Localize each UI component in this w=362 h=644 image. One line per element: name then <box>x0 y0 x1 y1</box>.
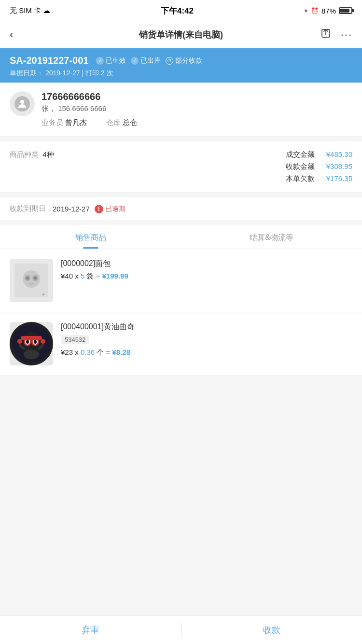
received-label: 收款金额 <box>286 162 315 171</box>
date-label: 单据日期： <box>10 69 43 77</box>
avatar <box>10 91 35 116</box>
svg-point-15 <box>26 340 29 344</box>
svg-point-20 <box>41 339 45 344</box>
product-thumb-2 <box>10 322 53 365</box>
battery-percent: 87% <box>321 7 336 15</box>
received-amount: ¥308.95 <box>326 162 352 171</box>
status-effective: ✓ 已生效 <box>96 56 126 65</box>
separator: | <box>82 69 85 77</box>
overdue-badge: ! 已逾期 <box>95 205 125 213</box>
customer-id: 17666666666 <box>42 91 352 102</box>
customer-meta: 业务员 曾凡杰 仓库 总仓 <box>42 118 352 127</box>
product-list: + [0000002]面包 ¥40 x 5 袋 = ¥199.99 <box>0 249 362 376</box>
check-icon: ✓ <box>96 57 104 65</box>
header-sub: 单据日期： 2019-12-27 | 打印 2 次 <box>10 69 352 78</box>
warehouse: 仓库 总仓 <box>106 118 137 127</box>
svg-point-1 <box>20 100 24 104</box>
product-thumb-1: + <box>10 259 53 302</box>
owe-row: 本单欠款 ¥176.35 <box>286 174 352 183</box>
owe-amount: ¥176.35 <box>326 174 352 183</box>
order-id: SA-20191227-001 <box>10 55 88 66</box>
due-label: 收款到期日 <box>10 204 46 213</box>
owl-circle <box>10 322 53 365</box>
svg-rect-17 <box>21 336 42 340</box>
svg-text:+: + <box>42 291 45 297</box>
svg-point-19 <box>17 339 22 344</box>
nav-bar: ‹ 销货单详情(来自电脑) ··· <box>0 21 362 48</box>
location-icon: ⌖ <box>304 7 308 15</box>
battery-icon <box>339 7 352 14</box>
tabs-header: 销售商品 结算&物流等 <box>0 225 362 249</box>
product-price-2: ¥23 x 0.36 个 = ¥8.28 <box>61 348 352 357</box>
table-row: + [0000002]面包 ¥40 x 5 袋 = ¥199.99 <box>0 249 362 312</box>
kind-count: 4种 <box>42 150 54 158</box>
bottom-bar: 弃审 收款 <box>0 615 362 644</box>
customer-info: 17666666666 张， 156 6666 6666 业务员 曾凡杰 仓库 … <box>42 91 352 127</box>
customer-section: 17666666666 张， 156 6666 6666 业务员 曾凡杰 仓库 … <box>0 83 362 137</box>
status-right: ⌖ ⏰ 87% <box>304 7 352 15</box>
print-label: 打印 <box>85 69 99 77</box>
deal-amount: ¥485.30 <box>326 150 352 159</box>
alarm-icon: ⏰ <box>311 7 319 14</box>
page-title: 销货单详情(来自电脑) <box>139 29 223 41</box>
summary-right: 成交金额 ¥485.30 收款金额 ¥308.95 本单欠款 ¥176.35 <box>286 150 352 183</box>
status-tags: ✓ 已生效 ✓ 已出库 ⏱ 部分收款 <box>96 56 202 65</box>
pay-button[interactable]: 收款 <box>181 616 362 644</box>
status-bar: 无 SIM 卡 ☁ 下午4:42 ⌖ ⏰ 87% <box>0 0 362 21</box>
deal-amount-row: 成交金额 ¥485.30 <box>286 150 352 159</box>
svg-point-7 <box>34 277 37 280</box>
summary-section: 商品种类 4种 成交金额 ¥485.30 收款金额 ¥308.95 本单欠款 ¥… <box>0 141 362 193</box>
avatar-icon <box>14 96 30 112</box>
status-left: 无 SIM 卡 ☁ <box>10 6 50 15</box>
deal-amount-label: 成交金额 <box>286 150 315 159</box>
cancel-button[interactable]: 弃审 <box>0 616 181 644</box>
overdue-label: 已逾期 <box>105 205 125 213</box>
status-shipped: ✓ 已出库 <box>131 56 161 65</box>
status-partial-paid: ⏱ 部分收款 <box>166 56 202 65</box>
tab-settlement[interactable]: 结算&物流等 <box>181 225 362 249</box>
product-tag-2: 534532 <box>61 335 89 344</box>
tabs-section: 销售商品 结算&物流等 + <box>0 225 362 376</box>
table-row: [000400001]黄油曲奇 534532 ¥23 x 0.36 个 = ¥8… <box>0 312 362 376</box>
received-row: 收款金额 ¥308.95 <box>286 162 352 171</box>
product-name-1: [0000002]面包 <box>61 259 352 269</box>
svg-point-18 <box>24 350 39 359</box>
due-date: 2019-12-27 <box>53 205 90 213</box>
status-time: 下午4:42 <box>161 5 194 16</box>
share-button[interactable] <box>320 28 331 41</box>
svg-point-16 <box>34 340 37 344</box>
more-button[interactable]: ··· <box>341 28 352 41</box>
order-date: 2019-12-27 <box>45 69 80 77</box>
owe-label: 本单欠款 <box>286 174 315 183</box>
tab-sales[interactable]: 销售商品 <box>0 225 181 249</box>
sales-rep: 业务员 曾凡杰 <box>42 118 87 127</box>
signal-text: 无 SIM 卡 ☁ <box>10 6 50 15</box>
svg-point-6 <box>26 277 29 280</box>
nav-actions: ··· <box>320 28 352 41</box>
overdue-icon: ! <box>95 205 103 213</box>
back-button[interactable]: ‹ <box>10 25 17 45</box>
product-details-2: [000400001]黄油曲奇 534532 ¥23 x 0.36 个 = ¥8… <box>61 322 352 357</box>
customer-phone: 张， 156 6666 6666 <box>42 104 352 113</box>
print-number: 2 <box>101 69 105 77</box>
check-icon-2: ✓ <box>131 57 139 65</box>
print-suffix: 次 <box>107 69 113 77</box>
due-section: 收款到期日 2019-12-27 ! 已逾期 <box>0 197 362 220</box>
product-name-2: [000400001]黄油曲奇 <box>61 322 352 332</box>
header-band: SA-20191227-001 ✓ 已生效 ✓ 已出库 ⏱ 部分收款 单据日期：… <box>0 48 362 83</box>
summary-left: 商品种类 4种 <box>10 150 54 159</box>
clock-icon: ⏱ <box>166 57 173 65</box>
product-details-1: [0000002]面包 ¥40 x 5 袋 = ¥199.99 <box>61 259 352 281</box>
product-price-1: ¥40 x 5 袋 = ¥199.99 <box>61 272 352 281</box>
